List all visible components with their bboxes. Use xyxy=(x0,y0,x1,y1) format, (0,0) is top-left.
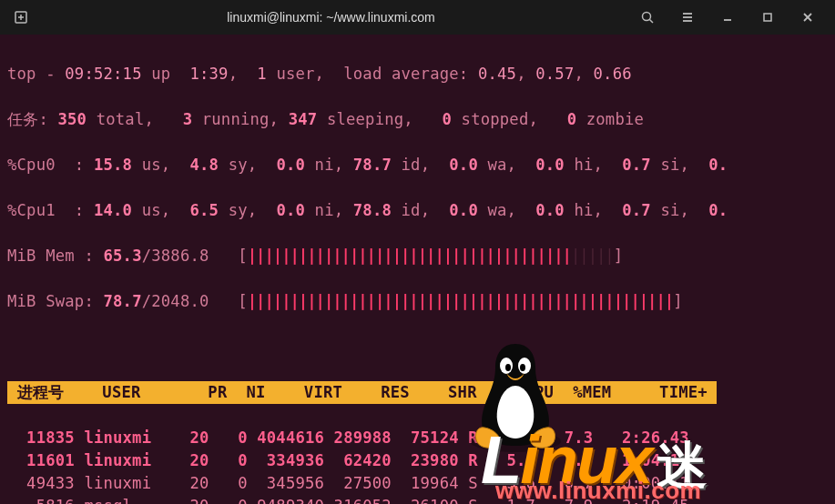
terminal-output[interactable]: top - 09:52:15 up 1:39, 1 user, load ave… xyxy=(0,35,835,504)
maximize-button[interactable] xyxy=(748,0,788,35)
tasks-line: 任务: 350 total, 3 running, 347 sleeping, … xyxy=(7,108,828,131)
process-row: 5816 mssql 20 0 9489340 316052 26100 S 1… xyxy=(7,495,828,504)
svg-point-3 xyxy=(643,13,651,21)
window-title: linuxmi@linuxmi: ~/www.linuxmi.com xyxy=(35,10,627,25)
terminal-window: linuxmi@linuxmi: ~/www.linuxmi.com top -… xyxy=(0,0,835,504)
svg-line-4 xyxy=(650,20,654,24)
svg-point-16 xyxy=(520,364,525,371)
titlebar: linuxmi@linuxmi: ~/www.linuxmi.com xyxy=(0,0,835,35)
swap-line: MiB Swap: 78.7/2048.0 [|||||||||||||||||… xyxy=(7,290,828,313)
blank-line xyxy=(7,336,828,358)
process-row: 11835 linuxmi 20 0 4044616 289988 75124 … xyxy=(7,427,828,449)
svg-rect-9 xyxy=(764,14,771,21)
svg-point-13 xyxy=(500,358,513,374)
new-tab-button[interactable] xyxy=(7,0,35,35)
cpu1-line: %Cpu1 : 14.0 us, 6.5 sy, 0.0 ni, 78.8 id… xyxy=(7,199,828,222)
close-button[interactable] xyxy=(788,0,828,35)
header-row: 进程号 USER PR NI VIRT RES SHR %CPU %MEM TI… xyxy=(7,381,828,404)
search-icon[interactable] xyxy=(627,0,667,35)
process-row: 49433 linuxmi 20 0 345956 27500 19964 S … xyxy=(7,472,828,495)
menu-icon[interactable] xyxy=(667,0,708,35)
minimize-button[interactable] xyxy=(708,0,748,35)
process-row: 11601 linuxmi 20 0 334936 62420 23980 R … xyxy=(7,449,828,472)
mem-line: MiB Mem : 65.3/3886.8 [|||||||||||||||||… xyxy=(7,245,828,267)
cpu0-line: %Cpu0 : 15.8 us, 4.8 sy, 0.0 ni, 78.7 id… xyxy=(7,154,828,176)
top-summary-line: top - 09:52:15 up 1:39, 1 user, load ave… xyxy=(7,63,828,86)
svg-point-14 xyxy=(518,358,531,374)
svg-point-15 xyxy=(505,364,511,371)
